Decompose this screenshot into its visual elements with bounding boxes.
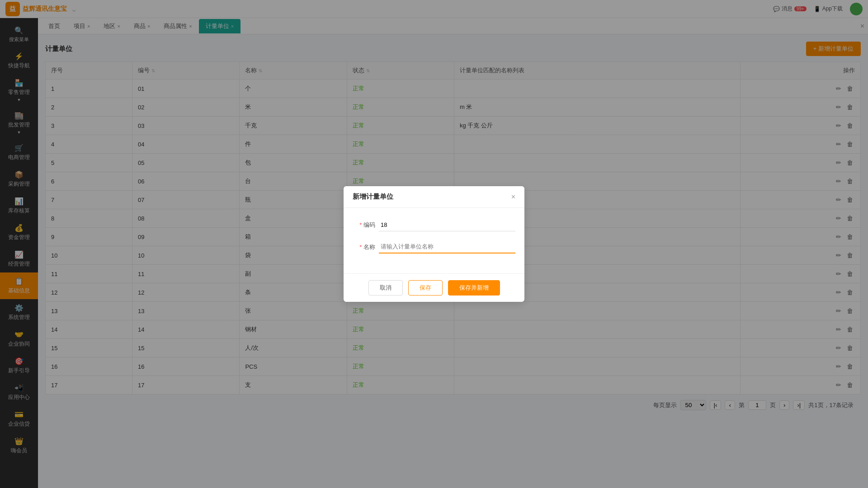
- name-form-row: * 名称: [353, 240, 515, 253]
- required-mark: *: [359, 221, 362, 228]
- save-new-btn[interactable]: 保存并新增: [448, 280, 500, 296]
- code-label: * 编码: [353, 221, 375, 229]
- code-input[interactable]: [379, 219, 515, 231]
- modal-close-btn[interactable]: ×: [511, 193, 515, 201]
- modal-header: 新增计量单位 ×: [344, 186, 524, 208]
- add-unit-modal: 新增计量单位 × * 编码 * 名称 取消 保存 保存并新增: [344, 186, 524, 302]
- required-mark: *: [359, 244, 362, 250]
- cancel-btn[interactable]: 取消: [368, 280, 403, 296]
- name-label: * 名称: [353, 243, 375, 251]
- save-btn[interactable]: 保存: [408, 280, 443, 296]
- modal-title: 新增计量单位: [353, 192, 393, 201]
- modal-overlay: 新增计量单位 × * 编码 * 名称 取消 保存 保存并新增: [0, 0, 868, 488]
- code-form-row: * 编码: [353, 219, 515, 231]
- modal-footer: 取消 保存 保存并新增: [344, 273, 524, 302]
- modal-body: * 编码 * 名称: [344, 208, 524, 273]
- name-input[interactable]: [379, 240, 515, 253]
